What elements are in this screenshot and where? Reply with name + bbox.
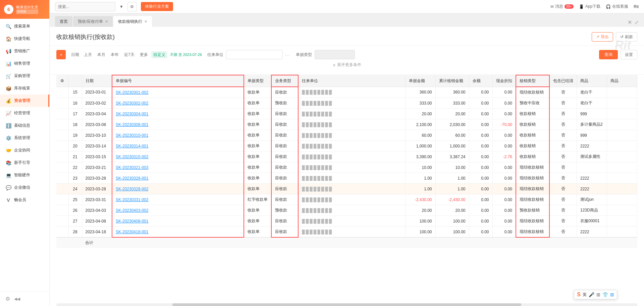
bill-no-link[interactable]: SK-20230321-003 bbox=[116, 165, 148, 170]
td-bill-no[interactable]: SK-20230314-001 bbox=[112, 141, 244, 151]
table-scroll-bar[interactable] bbox=[56, 303, 637, 306]
td-bill-no[interactable]: SK-20230315-002 bbox=[112, 151, 244, 162]
table-row[interactable]: 26 2023-04-03 SK-20230403-002 收款单 预收款 ██… bbox=[56, 205, 637, 216]
table-row[interactable]: 22 2023-03-21 SK-20230321-003 收款单 应收款 ██… bbox=[56, 162, 637, 173]
sidebar-item-enterprise[interactable]: 🤝 企业协同 bbox=[0, 144, 49, 157]
filter-expand-btn[interactable]: » bbox=[56, 50, 66, 59]
bill-no-link[interactable]: SK-20230314-001 bbox=[116, 144, 148, 148]
td-bill-no[interactable]: SK-20230331-002 bbox=[112, 194, 244, 205]
refresh-btn[interactable]: ↺ 刷新 bbox=[616, 32, 637, 42]
tab-home[interactable]: 首页 bbox=[55, 16, 72, 27]
ime-mic-icon[interactable]: 🎤 bbox=[589, 292, 594, 297]
tab-close-prepay[interactable]: ✕ bbox=[105, 19, 108, 24]
table-row[interactable]: 19 2023-03-10 SK-20230310-001 收款单 应收款 ██… bbox=[56, 130, 637, 141]
date-option-custom[interactable]: 自定义 bbox=[151, 51, 167, 58]
td-verify-type: 现结收款核销 bbox=[516, 87, 549, 98]
industry-solution-btn[interactable]: 体验行业方案 bbox=[141, 2, 173, 11]
sidebar-item-operation[interactable]: 📈 经营管理 bbox=[0, 107, 49, 119]
bill-no-link[interactable]: SK-20230304-001 bbox=[116, 112, 148, 116]
sidebar-item-search[interactable]: 🔍 搜索菜单 bbox=[0, 20, 49, 33]
bill-no-link[interactable]: SK-20230310-001 bbox=[116, 133, 148, 138]
bill-no-link[interactable]: SK-20230331-002 bbox=[116, 197, 148, 202]
bill-no-link[interactable]: SK-20230328-001 bbox=[116, 176, 148, 181]
td-bill-no[interactable]: SK-20230308-001 bbox=[112, 119, 244, 130]
table-row[interactable]: 21 2023-03-15 SK-20230315-002 收款单 应收款 ██… bbox=[56, 151, 637, 162]
topbar-search-input[interactable] bbox=[55, 2, 115, 11]
table-row[interactable]: 23 2023-03-28 SK-20230328-001 收款单 应收款 ██… bbox=[56, 173, 637, 184]
purchase-icon: 🛒 bbox=[5, 73, 11, 79]
table-row[interactable]: 16 2023-03-02 SK-20230302-002 收款单 预收款 ██… bbox=[56, 98, 637, 109]
bill-no-link[interactable]: SK-20230302-002 bbox=[116, 101, 148, 106]
sidebar-item-basic[interactable]: ℹ️ 基础信息 bbox=[0, 119, 49, 132]
sidebar-item-purchase[interactable]: 🛒 采购管理 bbox=[0, 70, 49, 82]
sidebar-item-guide[interactable]: 📚 新手引导 bbox=[0, 157, 49, 169]
sidebar-item-hardware[interactable]: 💻 智能硬件 bbox=[0, 169, 49, 181]
tab-label: 收款核销执行 bbox=[118, 19, 142, 24]
date-option-7days[interactable]: 近7天 bbox=[122, 51, 137, 58]
td-bill-no[interactable]: SK-20230328-002 bbox=[112, 184, 244, 194]
expand-more-link[interactable]: ∨ 展开更多条件 bbox=[333, 62, 361, 68]
tab-close-all-icon[interactable]: ✕ bbox=[628, 19, 632, 25]
date-option-more[interactable]: 更多 bbox=[138, 51, 150, 58]
ime-puzzle-icon[interactable]: ⊞ bbox=[610, 292, 614, 297]
sidebar-item-sales[interactable]: 📊 销售管理 bbox=[0, 57, 49, 70]
sidebar-item-wechat[interactable]: 💬 企业微信 bbox=[0, 181, 49, 194]
sidebar-item-member[interactable]: V 畅会员 bbox=[0, 194, 49, 206]
bill-no-link[interactable]: SK-20230403-002 bbox=[116, 208, 148, 213]
receipt-type-select[interactable] bbox=[315, 50, 355, 59]
bill-no-link[interactable]: SK-20230308-001 bbox=[116, 122, 148, 127]
td-balance: 0.00 bbox=[469, 119, 492, 130]
date-option-this-month[interactable]: 本月 bbox=[95, 51, 107, 58]
ime-shirt-icon[interactable]: 👕 bbox=[602, 292, 608, 297]
sidebar-settings-icon[interactable]: ⚙ bbox=[5, 296, 10, 302]
message-area[interactable]: ✉ 消息 99+ bbox=[550, 4, 574, 9]
td-bill-no[interactable]: SK-20230418-001 bbox=[112, 227, 244, 238]
sidebar-item-marketing[interactable]: 📢 营销推广 bbox=[0, 45, 49, 57]
td-amount: 100.00 bbox=[405, 227, 435, 238]
setting-btn[interactable]: 设置 bbox=[621, 50, 637, 59]
date-option-last-month[interactable]: 上月 bbox=[82, 51, 94, 58]
bill-no-link[interactable]: SK-20230328-002 bbox=[116, 187, 148, 191]
export-btn[interactable]: ↗ 导出 bbox=[592, 32, 613, 42]
tab-maximize-icon[interactable]: ⤢ bbox=[635, 20, 639, 25]
table-row[interactable]: 27 2023-04-08 SK-20230408-001 收款单 应收款 ██… bbox=[56, 216, 637, 227]
sidebar-item-quick-nav[interactable]: 🏠 快捷导航 bbox=[0, 33, 49, 45]
td-bill-no[interactable]: SK-20230328-001 bbox=[112, 173, 244, 184]
tab-close-verify[interactable]: ✕ bbox=[144, 19, 147, 24]
ime-grid-icon[interactable]: ⊞ bbox=[596, 292, 600, 297]
table-row[interactable]: 17 2023-03-04 SK-20230304-001 收款单 应收款 ██… bbox=[56, 109, 637, 119]
td-bill-no[interactable]: SK-20230301-002 bbox=[112, 87, 244, 98]
tab-prepay[interactable]: 预收/应收付单 ✕ bbox=[73, 16, 113, 27]
sidebar-collapse-icon[interactable]: ◀◀ bbox=[14, 297, 20, 301]
td-bill-no[interactable]: SK-20230302-002 bbox=[112, 98, 244, 109]
app-download-link[interactable]: 📱 App下载 bbox=[579, 4, 600, 9]
online-service-link[interactable]: 🎧 在线客服 bbox=[606, 4, 628, 9]
topbar-dropdown[interactable]: ▼ bbox=[119, 4, 123, 9]
sidebar-item-system[interactable]: ⚙️ 系统管理 bbox=[0, 132, 49, 144]
sidebar-item-finance[interactable]: 💰 资金管理 bbox=[0, 95, 49, 107]
date-option-this-year[interactable]: 本年 bbox=[109, 51, 121, 58]
table-row[interactable]: 24 2023-03-28 SK-20230328-002 收款单 应收款 ██… bbox=[56, 184, 637, 194]
tab-verify[interactable]: 收款核销执行 ✕ bbox=[113, 16, 152, 27]
td-bill-no[interactable]: SK-20230304-001 bbox=[112, 109, 244, 119]
td-bill-no[interactable]: SK-20230321-003 bbox=[112, 162, 244, 173]
bill-no-link[interactable]: SK-20230418-001 bbox=[116, 230, 148, 234]
table-row[interactable]: 18 2023-03-08 SK-20230308-001 收款单 应收款 ██… bbox=[56, 119, 637, 130]
th-settings[interactable]: ⚙ bbox=[56, 75, 68, 87]
counterpart-input[interactable] bbox=[226, 50, 282, 59]
bill-no-link[interactable]: SK-20230301-002 bbox=[116, 90, 148, 95]
td-bill-no[interactable]: SK-20230408-001 bbox=[112, 216, 244, 227]
table-row[interactable]: 15 2023-03-01 SK-20230301-002 收款单 应收款 ██… bbox=[56, 87, 637, 98]
user-name[interactable]: Rit bbox=[634, 4, 639, 9]
table-row[interactable]: 20 2023-03-14 SK-20230314-001 收款单 应收款 ██… bbox=[56, 141, 637, 151]
topbar-gear-btn[interactable]: ⚙ bbox=[127, 2, 137, 11]
table-row[interactable]: 28 2023-04-18 SK-20230418-001 收款单 应收款 ██… bbox=[56, 227, 637, 238]
query-btn[interactable]: 查询 bbox=[599, 50, 618, 59]
bill-no-link[interactable]: SK-20230408-001 bbox=[116, 219, 148, 224]
table-row[interactable]: 25 2023-03-31 SK-20230331-002 红字收款单 应收款 … bbox=[56, 194, 637, 205]
sidebar-item-inventory[interactable]: 📦 库存核算 bbox=[0, 82, 49, 95]
td-goods: 2222 bbox=[577, 227, 607, 238]
bill-no-link[interactable]: SK-20230315-002 bbox=[116, 155, 148, 159]
td-bill-no[interactable]: SK-20230310-001 bbox=[112, 130, 244, 141]
td-bill-no[interactable]: SK-20230403-002 bbox=[112, 205, 244, 216]
